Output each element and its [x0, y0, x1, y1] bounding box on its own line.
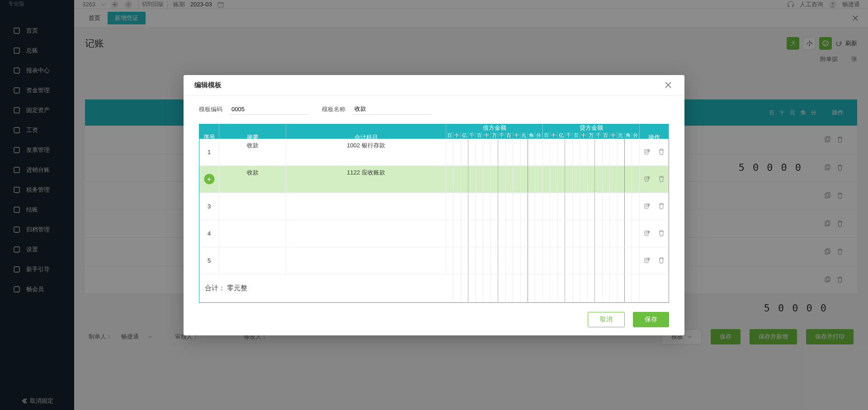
template-row[interactable]: 3: [199, 193, 669, 220]
unit-cell: 百: [505, 132, 513, 139]
copy-row-icon[interactable]: [643, 202, 651, 210]
row-index: 3: [208, 203, 211, 210]
unit-cell: 十: [550, 132, 557, 139]
unit-cell: 亿: [461, 132, 468, 139]
unit-cell: 万: [587, 132, 594, 139]
copy-row-icon[interactable]: [643, 175, 651, 183]
unit-cell: 分: [535, 132, 542, 139]
template-row[interactable]: 4: [199, 220, 669, 247]
unit-cell: 十: [513, 132, 520, 139]
delete-row-icon[interactable]: [657, 202, 665, 210]
unit-cell: 十: [580, 132, 587, 139]
unit-cell: 角: [625, 132, 632, 139]
copy-row-icon[interactable]: [643, 148, 651, 156]
modal-title: 编辑模板: [194, 81, 222, 90]
unit-cell: 千: [565, 132, 572, 139]
save-template-button[interactable]: 保存: [633, 312, 669, 327]
unit-cell: 亿: [557, 132, 565, 139]
delete-row-icon[interactable]: [657, 175, 665, 183]
template-code-label: 模板编码: [199, 105, 222, 113]
unit-cell: 百: [572, 132, 580, 139]
unit-cell: 分: [632, 132, 639, 139]
template-table: 序号 摘要 会计科目 借方金额 百十亿千百十万千百十元角分 贷方金额 百十亿千百…: [199, 124, 669, 303]
template-name-input[interactable]: [352, 104, 431, 115]
th-credit: 贷方金额: [580, 124, 603, 132]
modal-close-icon[interactable]: [663, 80, 674, 90]
unit-cell: 千: [468, 132, 476, 139]
unit-cell: 百: [602, 132, 609, 139]
unit-cell: 角: [528, 132, 535, 139]
row-account[interactable]: 1002 银行存款: [347, 141, 385, 150]
row-account[interactable]: 1122 应收账款: [347, 169, 385, 177]
template-row[interactable]: +收款1122 应收账款: [199, 166, 669, 193]
delete-row-icon[interactable]: [657, 256, 665, 264]
copy-row-icon[interactable]: [643, 256, 651, 264]
unit-cell: 元: [617, 132, 624, 139]
unit-cell: 千: [595, 132, 602, 139]
template-row[interactable]: 1收款1002 银行存款: [199, 139, 669, 166]
unit-cell: 万: [491, 132, 498, 139]
copy-row-icon[interactable]: [643, 229, 651, 237]
total-text: 零元整: [227, 284, 247, 292]
unit-cell: 百: [543, 132, 550, 139]
delete-row-icon[interactable]: [657, 229, 665, 237]
row-index: 1: [208, 149, 211, 156]
unit-cell: 千: [498, 132, 505, 139]
row-summary[interactable]: 收款: [247, 141, 259, 150]
delete-row-icon[interactable]: [657, 148, 665, 156]
template-row[interactable]: 5: [199, 247, 669, 274]
template-code-input[interactable]: [229, 104, 308, 115]
unit-cell: 十: [610, 132, 617, 139]
total-label: 合计：: [205, 284, 225, 292]
add-row-icon[interactable]: +: [204, 174, 214, 184]
template-name-label: 模板名称: [322, 105, 345, 113]
th-debit: 借方金额: [483, 124, 506, 132]
row-index: 4: [208, 230, 211, 237]
unit-cell: 百: [446, 132, 453, 139]
unit-cell: 十: [453, 132, 461, 139]
unit-cell: 十: [483, 132, 491, 139]
unit-cell: 百: [476, 132, 483, 139]
cancel-button[interactable]: 取消: [588, 312, 625, 327]
row-index: 5: [208, 257, 211, 264]
edit-template-modal: 编辑模板 模板编码 模板名称 序号 摘要 会计科目 借方金额: [184, 75, 684, 335]
unit-cell: 元: [520, 132, 528, 139]
row-summary[interactable]: 收款: [247, 169, 259, 177]
